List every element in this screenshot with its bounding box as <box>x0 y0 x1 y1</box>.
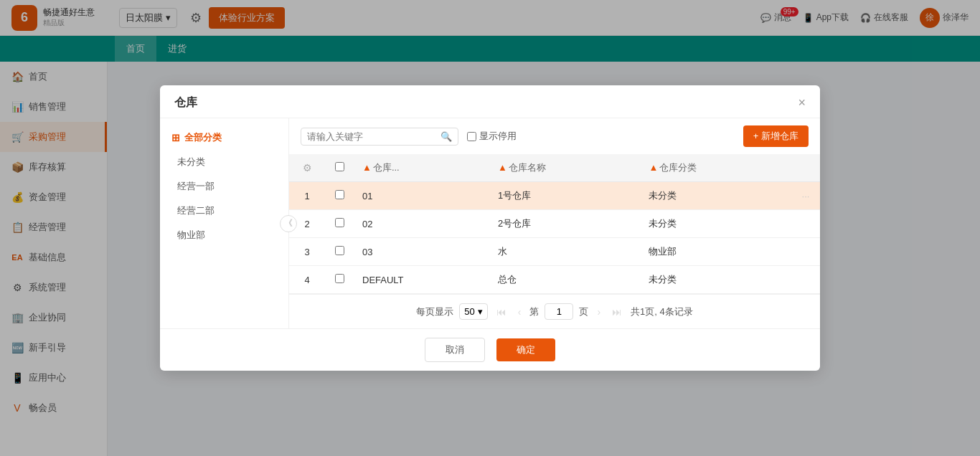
category-item-property[interactable]: 物业部 <box>160 223 288 247</box>
confirm-button[interactable]: 确定 <box>496 338 555 361</box>
chevron-down-icon: ▾ <box>478 306 483 317</box>
modal-toolbar: 🔍 显示停用 + 新增仓库 <box>289 118 820 154</box>
modal-footer: 取消 确定 <box>160 328 820 371</box>
table-row[interactable]: 4 DEFAULT 总仓 未分类 <box>289 266 820 294</box>
cell-category: 未分类 <box>640 210 791 238</box>
total-info: 共1页, 4条记录 <box>631 305 693 318</box>
sort-icon-code: ▲ <box>362 162 372 173</box>
modal-title: 仓库 <box>174 95 197 110</box>
table-body: 1 01 1号仓库 未分类 ··· 2 02 2号仓库 未分类 <box>289 182 820 294</box>
cell-actions[interactable] <box>791 210 820 238</box>
modal-table: ⚙ ▲仓库... ▲仓库名称 ▲仓库分类 1 01 <box>289 154 820 294</box>
table-row[interactable]: 2 02 2号仓库 未分类 <box>289 210 820 238</box>
category-item-dept1[interactable]: 经营一部 <box>160 174 288 199</box>
show-disabled-label: 显示停用 <box>467 130 517 143</box>
page-input[interactable] <box>545 303 573 320</box>
th-check <box>325 154 354 182</box>
collapse-button[interactable]: 《 <box>280 215 297 232</box>
cell-check <box>325 266 354 294</box>
category-header[interactable]: ⊞ 全部分类 <box>160 125 288 150</box>
cancel-button[interactable]: 取消 <box>425 338 485 362</box>
page-label: 第 <box>529 305 539 318</box>
warehouse-modal: 仓库 × ⊞ 全部分类 未分类 经营一部 经营二部 物业部 《 🔍 <box>160 85 820 371</box>
th-category: ▲仓库分类 <box>640 154 791 182</box>
table-row[interactable]: 3 03 水 物业部 <box>289 238 820 266</box>
select-all-checkbox[interactable] <box>335 162 344 171</box>
th-code: ▲仓库... <box>354 154 489 182</box>
next-page-button[interactable]: › <box>594 305 603 319</box>
cell-actions[interactable] <box>791 266 820 294</box>
modal-body: ⊞ 全部分类 未分类 经营一部 经营二部 物业部 《 🔍 显示停用 + 新增 <box>160 118 820 328</box>
page-unit: 页 <box>579 305 588 318</box>
show-disabled-checkbox[interactable] <box>467 132 476 141</box>
table-header: ⚙ ▲仓库... ▲仓库名称 ▲仓库分类 <box>289 154 820 182</box>
cell-code: 01 <box>354 182 489 210</box>
cell-check <box>325 210 354 238</box>
modal-right-panel: 🔍 显示停用 + 新增仓库 ⚙ ▲仓库... ▲仓库名称 <box>289 118 820 328</box>
warehouse-table: ⚙ ▲仓库... ▲仓库名称 ▲仓库分类 1 01 <box>289 154 820 294</box>
row-checkbox[interactable] <box>335 218 344 227</box>
sort-icon-category: ▲ <box>649 162 658 173</box>
cell-name: 2号仓库 <box>489 210 641 238</box>
row-checkbox[interactable] <box>335 190 344 199</box>
add-warehouse-button[interactable]: + 新增仓库 <box>743 125 809 147</box>
cell-check <box>325 182 354 210</box>
cell-code: 02 <box>354 210 489 238</box>
cell-check <box>325 238 354 266</box>
cell-code: 03 <box>354 238 489 266</box>
cell-code: DEFAULT <box>354 266 489 294</box>
search-icon[interactable]: 🔍 <box>440 131 452 142</box>
cell-num: 4 <box>289 266 325 294</box>
cell-category: 未分类 <box>640 182 791 210</box>
search-input[interactable] <box>307 131 440 142</box>
th-actions <box>791 154 820 182</box>
row-checkbox[interactable] <box>335 246 344 255</box>
modal-close-button[interactable]: × <box>798 95 806 110</box>
per-page-value: 50 <box>464 306 474 317</box>
cell-actions[interactable]: ··· <box>791 182 820 210</box>
category-item-dept2[interactable]: 经营二部 <box>160 199 288 223</box>
modal-left-panel: ⊞ 全部分类 未分类 经营一部 经营二部 物业部 《 <box>160 118 289 328</box>
per-page-label: 每页显示 <box>416 305 453 318</box>
search-box: 🔍 <box>301 128 458 146</box>
category-item-uncategorized[interactable]: 未分类 <box>160 150 288 174</box>
cell-actions[interactable] <box>791 238 820 266</box>
sort-icon-name: ▲ <box>498 162 507 173</box>
cell-name: 水 <box>489 238 641 266</box>
row-checkbox[interactable] <box>335 274 344 283</box>
column-settings-icon[interactable]: ⚙ <box>303 162 312 174</box>
cell-category: 物业部 <box>640 238 791 266</box>
th-name: ▲仓库名称 <box>489 154 641 182</box>
grid-icon: ⊞ <box>171 132 180 143</box>
cell-name: 1号仓库 <box>489 182 641 210</box>
prev-page-button[interactable]: ‹ <box>515 305 524 319</box>
last-page-button[interactable]: ⏭ <box>609 305 625 319</box>
per-page-select[interactable]: 50 ▾ <box>459 303 487 320</box>
cell-category: 未分类 <box>640 266 791 294</box>
modal-header: 仓库 × <box>160 85 820 118</box>
cell-name: 总仓 <box>489 266 641 294</box>
cell-num: 1 <box>289 182 325 210</box>
cell-num: 3 <box>289 238 325 266</box>
show-disabled-text: 显示停用 <box>479 130 517 143</box>
th-settings: ⚙ <box>289 154 325 182</box>
category-header-label: 全部分类 <box>184 131 222 144</box>
pagination: 每页显示 50 ▾ ⏮ ‹ 第 页 › ⏭ 共1页, 4条记录 <box>289 294 820 328</box>
table-row[interactable]: 1 01 1号仓库 未分类 ··· <box>289 182 820 210</box>
first-page-button[interactable]: ⏮ <box>494 305 509 319</box>
